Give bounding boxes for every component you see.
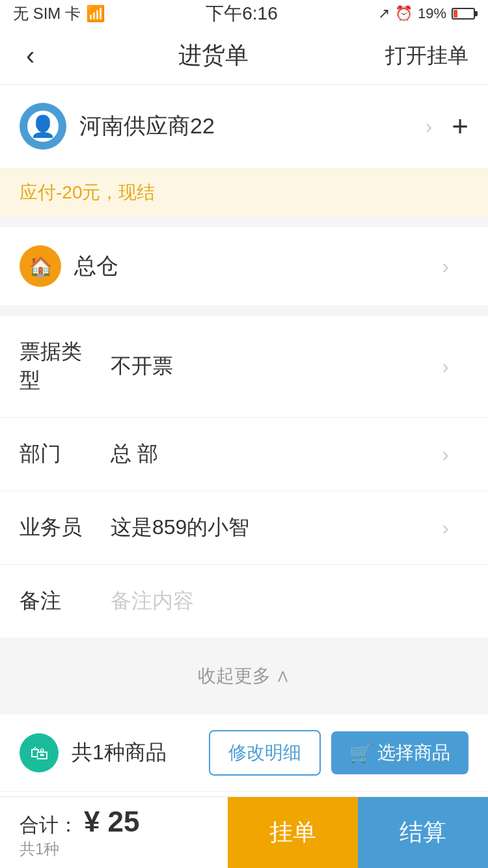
add-button[interactable]: + xyxy=(452,110,468,142)
cart-add-icon: 🛒 xyxy=(349,742,372,764)
open-hold-button[interactable]: 打开挂单 xyxy=(385,42,468,70)
warehouse-icon-wrap: 🏠 xyxy=(20,245,61,287)
edit-detail-button[interactable]: 修改明细 xyxy=(209,730,321,776)
warehouse-row[interactable]: 🏠 总仓 › xyxy=(0,227,488,305)
supplier-section: 👤 河南供应商22 › + 应付-20元，现结 xyxy=(0,85,488,217)
status-bar: 无 SIM 卡 📶 下午6:16 ↗ ⏰ 19% xyxy=(0,0,488,27)
total-amount: ¥ 25 xyxy=(84,806,140,837)
supplier-row[interactable]: 👤 河南供应商22 › + xyxy=(0,85,488,169)
select-product-button[interactable]: 🛒 选择商品 xyxy=(331,731,468,774)
person-icon: 👤 xyxy=(30,114,56,139)
time-label: 下午6:16 xyxy=(206,1,278,26)
page-title: 进货单 xyxy=(178,40,249,72)
sales-label: 业务员 xyxy=(20,513,98,542)
sales-row[interactable]: 业务员 这是859的小智 › xyxy=(0,491,488,565)
back-button[interactable]: ‹ xyxy=(20,34,41,77)
chevron-right-icon: › xyxy=(442,355,449,379)
chevron-right-icon: › xyxy=(442,254,449,278)
collapse-text: 收起更多 ∧ xyxy=(198,666,291,686)
dept-label: 部门 xyxy=(20,440,98,468)
warehouse-section: 🏠 总仓 › xyxy=(0,227,488,305)
chevron-right-icon: › xyxy=(442,516,449,540)
products-count: 共1种商品 xyxy=(72,739,209,767)
dept-row[interactable]: 部门 总 部 › xyxy=(0,418,488,491)
total-label: 合计： xyxy=(20,814,78,835)
remark-label: 备注 xyxy=(20,587,98,616)
checkout-button[interactable]: 结算 xyxy=(358,797,488,869)
alarm-icon: ⏰ xyxy=(395,5,413,22)
nav-bar: ‹ 进货单 打开挂单 xyxy=(0,27,488,85)
warehouse-icon: 🏠 xyxy=(29,255,53,278)
remark-row[interactable]: 备注 备注内容 xyxy=(0,565,488,638)
supplier-avatar: 👤 xyxy=(20,103,66,150)
supplier-name: 河南供应商22 xyxy=(79,111,426,141)
footer-total: 合计： ¥ 25 共1种 xyxy=(0,806,228,860)
battery-icon xyxy=(452,8,475,20)
warehouse-name: 总仓 xyxy=(74,251,442,281)
wifi-icon: 📶 xyxy=(86,5,105,23)
location-icon: ↗ xyxy=(378,5,390,22)
total-count: 共1种 xyxy=(20,839,208,860)
hold-button[interactable]: 挂单 xyxy=(228,797,358,869)
footer-total-row: 合计： ¥ 25 xyxy=(20,806,208,839)
products-header: 🛍 共1种商品 修改明细 🛒 选择商品 xyxy=(0,714,488,792)
invoice-row[interactable]: 票据类型 不开票 › xyxy=(0,316,488,418)
remark-placeholder[interactable]: 备注内容 xyxy=(98,587,468,616)
supplier-alert-banner: 应付-20元，现结 xyxy=(0,169,488,217)
collapse-toggle[interactable]: 收起更多 ∧ xyxy=(0,648,488,704)
invoice-label: 票据类型 xyxy=(20,338,98,395)
cart-icon: 🛍 xyxy=(30,742,48,764)
status-bar-right: ↗ ⏰ 19% xyxy=(378,5,475,22)
sales-value: 这是859的小智 xyxy=(98,513,442,542)
carrier-label: 无 SIM 卡 xyxy=(13,3,81,24)
form-section: 票据类型 不开票 › 部门 总 部 › 业务员 这是859的小智 › 备注 备注… xyxy=(0,316,488,638)
battery-percent: 19% xyxy=(418,5,446,22)
status-bar-left: 无 SIM 卡 📶 xyxy=(13,3,105,24)
footer: 合计： ¥ 25 共1种 挂单 结算 xyxy=(0,796,488,868)
alert-text: 应付-20元，现结 xyxy=(20,182,155,202)
chevron-right-icon: › xyxy=(442,442,449,467)
products-icon-wrap: 🛍 xyxy=(20,733,59,772)
invoice-value: 不开票 xyxy=(98,352,442,381)
dept-value: 总 部 xyxy=(98,440,442,468)
chevron-right-icon: › xyxy=(426,115,433,139)
